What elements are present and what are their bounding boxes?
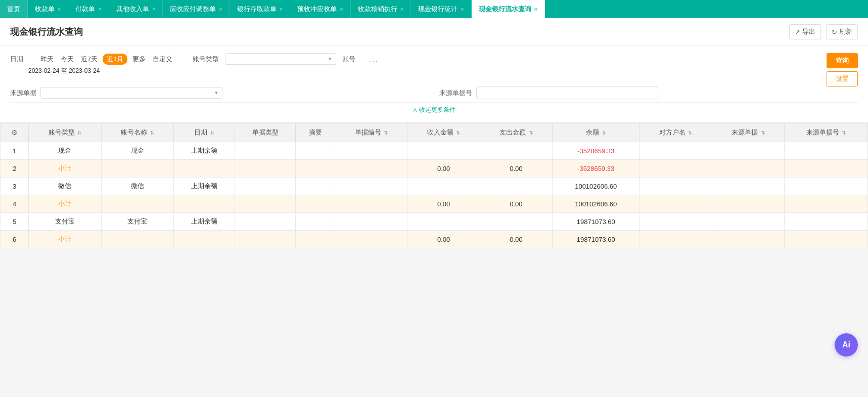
col-gear[interactable]: ⚙	[1, 123, 29, 142]
table-cell	[296, 213, 335, 231]
nav-tab-xianjintongji[interactable]: 现金银行统计 ×	[411, 0, 471, 18]
refresh-button[interactable]: ↻ 刷新	[826, 24, 858, 39]
table-cell	[639, 178, 712, 195]
table-cell: 0.00	[407, 160, 480, 178]
date-shortcut-more[interactable]: 更多	[130, 54, 148, 65]
col-source-doc-no: 来源单据号 ⇅	[785, 123, 868, 142]
table-cell: 3	[1, 178, 29, 195]
date-range-display: 2023-02-24 至 2023-03-24	[28, 67, 100, 74]
sort-icon[interactable]: ⇅	[529, 130, 533, 136]
close-icon[interactable]: ×	[400, 6, 403, 12]
table-cell	[335, 231, 407, 248]
export-button[interactable]: ↗ 导出	[789, 24, 821, 39]
sort-icon[interactable]: ⇅	[602, 130, 606, 136]
table-cell: 4	[1, 195, 29, 213]
table-cell: -3528659.33	[553, 142, 639, 160]
action-buttons: 查询 设置	[827, 53, 858, 86]
nav-tab-yushou[interactable]: 预收冲应收单 ×	[290, 0, 350, 18]
sort-icon[interactable]: ⇅	[384, 130, 388, 136]
source-doc-no-label: 来源单据号	[439, 89, 472, 98]
settings-button[interactable]: 设置	[827, 71, 858, 86]
nav-tab-shoukuanhexiao[interactable]: 收款核销执行 ×	[351, 0, 411, 18]
date-shortcut-today[interactable]: 今天	[59, 54, 76, 65]
sort-icon[interactable]: ⇅	[761, 130, 765, 136]
account-type-select[interactable]: ▾	[225, 53, 336, 65]
col-account-name: 账号名称 ⇅	[101, 123, 173, 142]
table-cell	[101, 195, 173, 213]
close-icon[interactable]: ×	[534, 6, 537, 12]
date-filter-label: 日期	[10, 55, 30, 64]
table-cell: 0.00	[407, 231, 480, 248]
table-cell: 19871073.60	[553, 213, 639, 231]
table-cell	[335, 213, 407, 231]
table-cell	[101, 231, 173, 248]
table-cell: 现金	[29, 142, 101, 160]
table-header-row: ⚙ 账号类型 ⇅ 账号名称 ⇅ 日期 ⇅ 单据类型 摘要	[1, 123, 868, 142]
account-dots-button[interactable]: ...	[369, 55, 378, 64]
close-icon[interactable]: ×	[152, 6, 155, 12]
table-cell	[407, 178, 480, 195]
table-cell	[173, 195, 235, 213]
close-icon[interactable]: ×	[98, 6, 101, 12]
col-balance: 余额 ⇅	[553, 123, 639, 142]
table-cell: 19871073.60	[553, 231, 639, 248]
close-icon[interactable]: ×	[461, 6, 464, 12]
table-cell: 上期余额	[173, 213, 235, 231]
sort-icon[interactable]: ⇅	[77, 130, 81, 136]
col-date: 日期 ⇅	[173, 123, 235, 142]
close-icon[interactable]: ×	[58, 6, 61, 12]
nav-tab-yingshou[interactable]: 应收应付调整单 ×	[163, 0, 230, 18]
table-cell	[480, 178, 552, 195]
sort-icon[interactable]: ⇅	[842, 130, 846, 136]
account-label: 账号	[342, 55, 362, 64]
table-cell	[407, 213, 480, 231]
table-row: 6小计0.000.0019871073.60	[1, 231, 868, 248]
header-actions: ↗ 导出 ↻ 刷新	[789, 24, 858, 39]
source-doc-label: 来源单据	[10, 89, 36, 98]
table-cell: 小计	[29, 160, 101, 178]
table-cell: 上期余额	[173, 178, 235, 195]
table-row: 3微信微信上期余额100102606.60	[1, 178, 868, 195]
nav-tab-active[interactable]: 现金银行流水查询 ×	[472, 0, 545, 18]
date-shortcut-custom[interactable]: 自定义	[151, 54, 174, 65]
query-button[interactable]: 查询	[827, 53, 858, 68]
collapse-up-icon: ∧	[413, 106, 419, 113]
table-cell	[335, 142, 407, 160]
sort-icon[interactable]: ⇅	[150, 130, 154, 136]
page-header: 现金银行流水查询 ↗ 导出 ↻ 刷新	[0, 18, 868, 46]
collapse-bar[interactable]: ∧ 收起更多条件	[10, 102, 858, 117]
nav-tab-fukuandan[interactable]: 付款单 ×	[68, 0, 109, 18]
nav-tab-yinhang[interactable]: 银行存取款单 ×	[230, 0, 290, 18]
nav-tab-shoukuandan[interactable]: 收款单 ×	[28, 0, 68, 18]
date-shortcut-yesterday[interactable]: 昨天	[38, 54, 56, 65]
table-cell: 2	[1, 160, 29, 178]
sort-icon[interactable]: ⇅	[210, 130, 214, 136]
date-shortcut-7days[interactable]: 近7天	[79, 54, 100, 65]
date-shortcut-1month[interactable]: 近1月	[103, 54, 127, 65]
col-account-type: 账号类型 ⇅	[29, 123, 101, 142]
col-doc-type: 单据类型	[235, 123, 296, 142]
sort-icon[interactable]: ⇅	[688, 130, 692, 136]
source-doc-select[interactable]: ▾	[40, 87, 222, 99]
gear-icon[interactable]: ⚙	[11, 128, 18, 137]
source-doc-no-input[interactable]	[476, 86, 658, 99]
table-cell	[639, 142, 712, 160]
table-cell	[712, 231, 784, 248]
filter-row2: 来源单据 ▾ 来源单据号	[10, 86, 858, 99]
table-row: 4小计0.000.00100102606.60	[1, 195, 868, 213]
nav-tab-qitashouru[interactable]: 其他收入单 ×	[109, 0, 163, 18]
table-cell	[173, 160, 235, 178]
table-cell	[296, 195, 335, 213]
sort-icon[interactable]: ⇅	[456, 130, 460, 136]
close-icon[interactable]: ×	[280, 6, 283, 12]
col-source-doc: 来源单据 ⇅	[712, 123, 784, 142]
close-icon[interactable]: ×	[219, 6, 222, 12]
refresh-icon: ↻	[832, 28, 837, 36]
table-cell: 100102606.60	[553, 195, 639, 213]
table-cell	[335, 160, 407, 178]
table-cell	[712, 213, 784, 231]
table-cell: -3528659.33	[553, 160, 639, 178]
table-cell	[785, 142, 868, 160]
nav-home[interactable]: 首页	[0, 0, 28, 18]
close-icon[interactable]: ×	[340, 6, 343, 12]
